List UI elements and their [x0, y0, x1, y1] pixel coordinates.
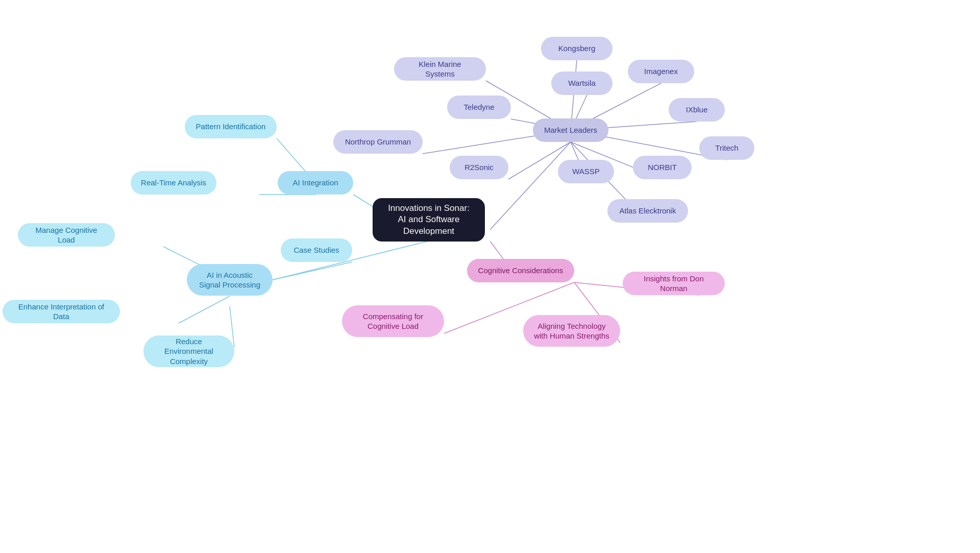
align-tech-label: Aligning Technology with Human Strengths: [532, 321, 611, 341]
r2sonic-label: R2Sonic: [464, 162, 494, 173]
node-norbit[interactable]: NORBIT: [633, 156, 692, 179]
market-leaders-label: Market Leaders: [544, 125, 597, 135]
node-tritech[interactable]: Tritech: [699, 136, 754, 160]
don-norman-label: Insights from Don Norman: [632, 274, 716, 294]
node-wartsila[interactable]: Wartsila: [551, 71, 612, 95]
node-pattern-id[interactable]: Pattern Identification: [185, 115, 277, 138]
node-market-leaders[interactable]: Market Leaders: [533, 118, 608, 142]
norbit-label: NORBIT: [648, 162, 677, 173]
node-atlas[interactable]: Atlas Elecktronik: [607, 199, 688, 223]
node-realtime[interactable]: Real-Time Analysis: [131, 171, 216, 195]
imagenex-label: Imagenex: [644, 66, 678, 77]
node-r2sonic[interactable]: R2Sonic: [450, 156, 508, 179]
kongsberg-label: Kongsberg: [558, 43, 596, 54]
manage-cog-label: Manage Cognitive Load: [27, 225, 106, 245]
case-studies-label: Case Studies: [293, 245, 339, 255]
ai-acoustic-label: AI in Acoustic Signal Processing: [196, 270, 263, 290]
klein-label: Klein Marine Systems: [403, 59, 477, 79]
node-ixblue[interactable]: IXblue: [669, 98, 725, 122]
atlas-label: Atlas Elecktronik: [620, 206, 676, 216]
node-northrop[interactable]: Northrop Grumman: [333, 130, 423, 154]
node-case-studies[interactable]: Case Studies: [281, 238, 352, 262]
node-wassp[interactable]: WASSP: [558, 160, 614, 183]
center-label: Innovations in Sonar: AI and Software De…: [387, 203, 471, 236]
pattern-id-label: Pattern Identification: [196, 122, 266, 132]
center-node: Innovations in Sonar: AI and Software De…: [373, 198, 485, 242]
node-ai-acoustic[interactable]: AI in Acoustic Signal Processing: [187, 264, 273, 296]
realtime-label: Real-Time Analysis: [141, 178, 206, 188]
node-imagenex[interactable]: Imagenex: [628, 60, 694, 83]
node-reduce-env[interactable]: Reduce Environmental Complexity: [143, 335, 234, 367]
node-ai-integration[interactable]: AI Integration: [278, 171, 353, 195]
enhance-interp-label: Enhance Interpretation of Data: [12, 302, 111, 322]
comp-cog-label: Compensating for Cognitive Load: [351, 311, 435, 331]
node-cog-considerations[interactable]: Cognitive Considerations: [467, 259, 574, 282]
node-align-tech[interactable]: Aligning Technology with Human Strengths: [523, 315, 620, 347]
svg-line-8: [179, 296, 230, 323]
node-don-norman[interactable]: Insights from Don Norman: [623, 272, 725, 295]
ixblue-label: IXblue: [686, 105, 708, 115]
teledyne-label: Teledyne: [463, 102, 494, 112]
node-comp-cog[interactable]: Compensating for Cognitive Load: [342, 305, 444, 337]
wartsila-label: Wartsila: [568, 78, 596, 88]
reduce-env-label: Reduce Environmental Complexity: [153, 336, 225, 367]
node-teledyne[interactable]: Teledyne: [447, 95, 511, 119]
node-manage-cog[interactable]: Manage Cognitive Load: [18, 223, 115, 247]
node-kongsberg[interactable]: Kongsberg: [541, 37, 612, 60]
svg-line-2: [490, 142, 571, 230]
svg-line-6: [273, 262, 352, 280]
node-klein[interactable]: Klein Marine Systems: [394, 57, 486, 81]
ai-integration-label: AI Integration: [292, 178, 338, 188]
wassp-label: WASSP: [572, 166, 600, 177]
tritech-label: Tritech: [715, 143, 738, 153]
cog-considerations-label: Cognitive Considerations: [478, 266, 564, 276]
northrop-label: Northrop Grumman: [345, 137, 411, 147]
node-enhance-interp[interactable]: Enhance Interpretation of Data: [3, 300, 120, 323]
